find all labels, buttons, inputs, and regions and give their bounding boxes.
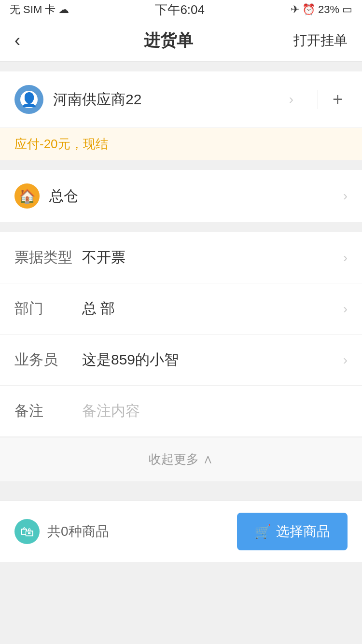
status-right: ✈ ⏰ 23% ▭ — [291, 3, 352, 16]
warehouse-symbol: 🏠 — [19, 188, 36, 204]
notice-text: 应付-20元，现结 — [14, 137, 108, 151]
avatar-icon: 👤 — [20, 91, 38, 108]
location-icon: ✈ — [291, 3, 299, 16]
invoice-type-label: 票据类型 — [14, 248, 77, 267]
warehouse-chevron-icon: › — [343, 188, 348, 204]
goods-count-area: 🛍 共0种商品 — [14, 519, 109, 544]
cart-icon: 🛍 — [20, 524, 34, 540]
goods-count-text: 共0种商品 — [47, 522, 109, 541]
page-title: 进货单 — [144, 29, 193, 52]
notice-bar: 应付-20元，现结 — [0, 128, 362, 160]
gap-3 — [0, 223, 362, 232]
select-goods-label: 选择商品 — [276, 522, 330, 541]
open-pending-button[interactable]: 打开挂单 — [293, 31, 348, 50]
select-goods-icon: 🛒 — [254, 524, 271, 540]
divider — [318, 90, 318, 109]
gap-2 — [0, 160, 362, 170]
nav-bar: ‹ 进货单 打开挂单 — [0, 19, 362, 62]
department-label: 部门 — [14, 299, 77, 319]
warehouse-section: 🏠 总仓 › — [0, 170, 362, 223]
page-background — [0, 562, 362, 644]
supplier-row[interactable]: 👤 河南供应商22 › + — [0, 71, 362, 128]
supplier-avatar: 👤 — [14, 85, 43, 114]
status-time: 下午6:04 — [155, 1, 205, 18]
supplier-chevron-icon: › — [289, 92, 293, 107]
status-left: 无 SIM 卡 ☁ — [10, 2, 69, 17]
collapse-label: 收起更多 ∧ — [149, 451, 213, 468]
gap-4 — [0, 481, 362, 491]
battery-icon: ▭ — [342, 3, 352, 16]
goods-icon: 🛍 — [14, 519, 40, 544]
sim-label: 无 SIM 卡 ☁ — [10, 2, 69, 17]
bottom-bar: 🛍 共0种商品 🛒 选择商品 — [0, 501, 362, 562]
salesperson-chevron-icon: › — [343, 352, 348, 368]
back-button[interactable]: ‹ — [14, 30, 43, 51]
supplier-name: 河南供应商22 — [53, 90, 289, 110]
invoice-type-row[interactable]: 票据类型 不开票 › — [0, 232, 362, 283]
status-bar: 无 SIM 卡 ☁ 下午6:04 ✈ ⏰ 23% ▭ — [0, 0, 362, 19]
gap-1 — [0, 62, 362, 71]
warehouse-icon: 🏠 — [14, 183, 40, 209]
salesperson-row[interactable]: 业务员 这是859的小智 › — [0, 335, 362, 386]
salesperson-value: 这是859的小智 — [77, 350, 343, 370]
remark-placeholder: 备注内容 — [77, 401, 348, 421]
supplier-section: 👤 河南供应商22 › + 应付-20元，现结 — [0, 71, 362, 160]
warehouse-row[interactable]: 🏠 总仓 › — [0, 170, 362, 223]
salesperson-label: 业务员 — [14, 350, 77, 370]
person-icon: 👤 — [21, 92, 38, 108]
department-row[interactable]: 部门 总 部 › — [0, 283, 362, 335]
warehouse-label: 总仓 — [49, 186, 343, 206]
collapse-button[interactable]: 收起更多 ∧ — [0, 437, 362, 481]
department-value: 总 部 — [77, 299, 343, 319]
invoice-type-chevron-icon: › — [343, 250, 348, 266]
form-section: 票据类型 不开票 › 部门 总 部 › 业务员 这是859的小智 › 备注 备注… — [0, 232, 362, 481]
select-goods-button[interactable]: 🛒 选择商品 — [237, 513, 348, 550]
alarm-icon: ⏰ — [302, 3, 315, 16]
invoice-type-value: 不开票 — [77, 248, 343, 267]
department-chevron-icon: › — [343, 301, 348, 317]
remark-label: 备注 — [14, 401, 77, 421]
add-button[interactable]: + — [328, 89, 348, 110]
battery-label: 23% — [318, 3, 339, 16]
remark-row[interactable]: 备注 备注内容 — [0, 386, 362, 437]
